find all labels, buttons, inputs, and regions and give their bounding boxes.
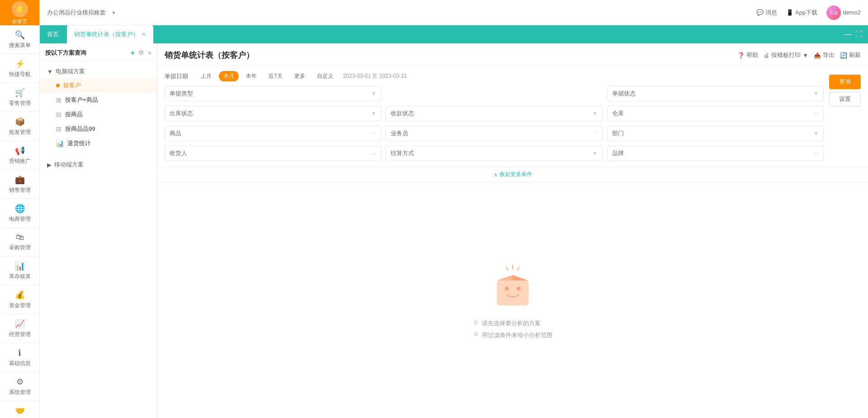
help-btn[interactable]: ❓ 帮助	[737, 51, 758, 59]
doc-type-filter[interactable]: 单据类型 ▼	[165, 86, 381, 101]
window-minimize-icon[interactable]: —	[844, 30, 852, 38]
add-scheme-icon[interactable]: +	[131, 49, 135, 57]
product-more-icon: ···	[372, 130, 376, 137]
app-download-icon: 📱	[786, 9, 793, 16]
industry-dropdown-icon[interactable]: ▼	[111, 10, 116, 15]
collapse-row[interactable]: ∧ 收起更多条件	[157, 167, 868, 182]
settings-button[interactable]: 设置	[829, 92, 861, 106]
tab-close-icon[interactable]: ✕	[142, 31, 146, 38]
user-avatar: Ea	[826, 5, 841, 20]
receiver-filter[interactable]: 收货人 ···	[165, 146, 381, 161]
payment-status-filter[interactable]: 收款状态 ▼	[386, 106, 602, 121]
desktop-scheme-group: ▼ 电脑端方案 按客户 ⊞ 按客户+商品 ⊟ 按商品 ⊟ 按商品品99	[40, 61, 157, 154]
query-button[interactable]: 查询	[829, 75, 861, 89]
sidebar-item-label-business: 经营管理	[9, 331, 31, 338]
template-print-btn[interactable]: 🖨 按模板打印 ▼	[764, 51, 808, 59]
export-btn[interactable]: 📤 导出	[814, 51, 835, 59]
logo-icon: 🌟	[12, 1, 28, 17]
sidebar-item-retail[interactable]: 🛒 零售管理	[0, 83, 40, 112]
sidebar-item-ecommerce[interactable]: 🌐 电商管理	[0, 199, 40, 228]
sidebar-item-sales[interactable]: 💼 销售管理	[0, 170, 40, 199]
date-tag-more[interactable]: 更多	[290, 71, 310, 81]
right-panel: 销货单统计表（按客户） ❓ 帮助 🖨 按模板打印 ▼ 📤 导出	[157, 43, 868, 418]
window-maximize-icon[interactable]: ⛶	[855, 30, 863, 38]
department-filter[interactable]: 部门 ▼	[607, 126, 824, 141]
sidebar-item-finance[interactable]: 💰 资金管理	[0, 285, 40, 314]
date-tag-last7[interactable]: 近7天	[264, 71, 287, 81]
date-tag-custom[interactable]: 自定义	[312, 71, 338, 81]
doc-type-dropdown-icon: ▼	[371, 90, 376, 97]
tab-home[interactable]: 首页	[40, 25, 66, 43]
message-btn[interactable]: 💬 消息	[756, 9, 777, 17]
sidebar-item-system[interactable]: ⚙ 系统管理	[0, 372, 40, 401]
sales-icon: 💼	[15, 175, 25, 185]
message-icon: 💬	[756, 9, 764, 16]
date-label: 单据日期	[165, 72, 196, 81]
logo-text: 标签页	[12, 18, 27, 25]
payment-method-filter[interactable]: 结算方式 ▼	[386, 146, 602, 161]
sidebar-item-marketing[interactable]: 📢 营销推广	[0, 141, 40, 170]
desktop-group-title[interactable]: ▼ 电脑端方案	[40, 65, 157, 78]
sidebar-item-label-purchase: 采购管理	[9, 244, 31, 252]
sidebar-item-business[interactable]: 📈 经营管理	[0, 314, 40, 343]
ecommerce-icon: 🌐	[15, 204, 25, 214]
scheme-by-customer[interactable]: 按客户	[40, 78, 157, 93]
mobile-scheme-group: ▶ 移动端方案	[40, 154, 157, 175]
salesperson-filter[interactable]: 业务员 ···	[386, 126, 602, 141]
inventory-icon: 📊	[15, 261, 25, 271]
doc-type-label: 单据类型	[170, 90, 193, 98]
refresh-btn[interactable]: 🔄 刷新	[840, 51, 861, 59]
scheme-customer-product[interactable]: ⊞ 按客户+商品	[40, 93, 157, 107]
business-icon: 📈	[15, 319, 25, 329]
sidebar-item-label-basic: 基础信息	[9, 360, 31, 367]
sidebar-item-search-menu[interactable]: 🔍 搜索菜单	[0, 25, 40, 54]
doc-status-filter[interactable]: 单据状态 ▼	[607, 86, 824, 101]
warehouse-label: 仓库	[612, 109, 624, 118]
svg-rect-0	[497, 280, 528, 305]
scheme-settings-icon[interactable]: ⚙	[138, 49, 144, 57]
sidebar-item-enterprise[interactable]: 🤝 企业协同	[0, 401, 40, 418]
outbound-status-filter[interactable]: 出库状态 ▼	[165, 106, 381, 121]
scheme-by-customer-label: 按客户	[63, 81, 81, 90]
sidebar-item-inventory[interactable]: 📊 库存核算	[0, 256, 40, 285]
mobile-group-title[interactable]: ▶ 移动端方案	[40, 158, 157, 171]
sidebar-item-basic[interactable]: ℹ 基础信息	[0, 343, 40, 372]
date-tag-this-month[interactable]: 本月	[219, 71, 239, 81]
sidebar-item-label-search-menu: 搜索菜单	[9, 42, 31, 49]
left-panel-title: 按以下方案查询	[45, 49, 128, 57]
mobile-expand-icon: ▶	[47, 162, 52, 168]
export-icon: 📤	[814, 52, 821, 59]
template-print-icon: 🖨	[764, 52, 769, 59]
doc-status-dropdown-icon: ▼	[813, 90, 819, 97]
tab-sales-stat[interactable]: 销货单统计表（按客户） ✕	[67, 25, 153, 43]
desktop-group-label: 电脑端方案	[56, 67, 85, 76]
marketing-icon: 📢	[15, 146, 25, 156]
table-icon-1: ⊟	[56, 111, 61, 118]
sidebar-item-purchase[interactable]: 🛍 采购管理	[0, 228, 40, 256]
tab-bar: 首页 销货单统计表（按客户） ✕ — ⛶	[40, 25, 868, 43]
scheme-by-product[interactable]: ⊟ 按商品	[40, 107, 157, 122]
scheme-product-99[interactable]: ⊟ 按商品品99	[40, 122, 157, 136]
app-download-btn[interactable]: 📱 App下载	[786, 9, 817, 17]
help-icon: ❓	[737, 52, 745, 59]
sidebar-item-label-wholesale: 批发管理	[9, 128, 31, 136]
sidebar-item-label-system: 系统管理	[9, 389, 31, 396]
mobile-group-label: 移动端方案	[54, 161, 84, 169]
sidebar-item-wholesale[interactable]: 📦 批发管理	[0, 112, 40, 141]
sidebar-item-quick-nav[interactable]: ⚡ 快捷导航	[0, 54, 40, 83]
scheme-return-stat[interactable]: 📊 退货统计	[40, 136, 157, 151]
warehouse-more-icon: ···	[814, 110, 819, 117]
user-area[interactable]: Ea demo2	[826, 5, 861, 20]
enterprise-icon: 🤝	[15, 406, 25, 416]
brand-filter[interactable]: 品牌 ···	[607, 146, 824, 161]
product-filter[interactable]: 商品 ···	[165, 126, 381, 141]
refresh-label: 刷新	[849, 51, 861, 59]
search-menu-icon: 🔍	[15, 30, 25, 40]
collapse-panel-icon[interactable]: «	[148, 49, 151, 57]
warehouse-filter[interactable]: 仓库 ···	[607, 106, 824, 121]
department-label: 部门	[612, 129, 624, 138]
app-download-label: App下载	[795, 9, 817, 17]
date-tag-last-month[interactable]: 上月	[196, 71, 216, 81]
retail-icon: 🛒	[15, 88, 25, 98]
date-tag-this-year[interactable]: 本年	[241, 71, 261, 81]
